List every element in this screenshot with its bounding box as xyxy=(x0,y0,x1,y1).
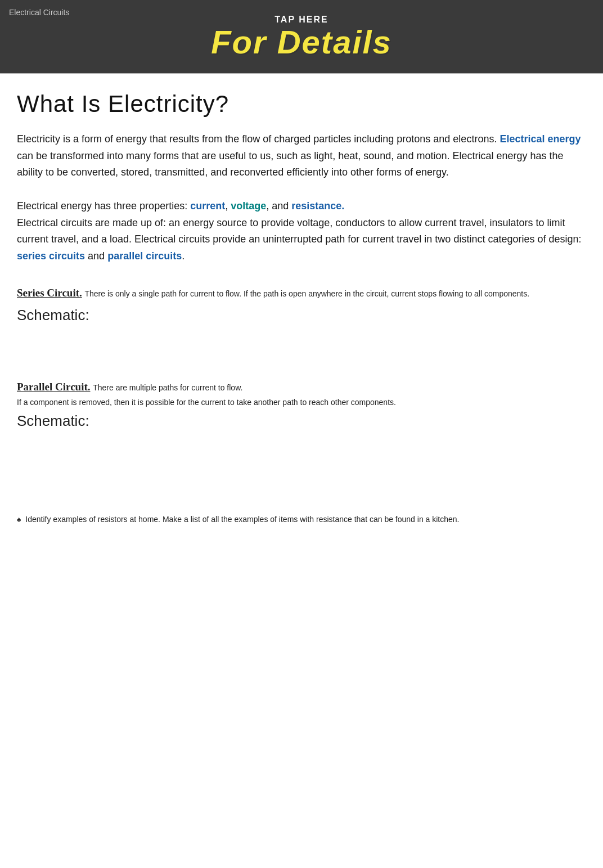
series-circuits-label: series circuits xyxy=(17,250,85,262)
activity-section: ♠ Identify examples of resistors at home… xyxy=(17,513,586,525)
resistance-label: resistance. xyxy=(291,200,344,212)
parallel-circuit-description-2: If a component is removed, then it is po… xyxy=(17,398,586,407)
intro-paragraph: Electricity is a form of energy that res… xyxy=(17,131,586,181)
activity-text: Identify examples of resistors at home. … xyxy=(25,515,459,524)
parallel-circuit-title-line: Parallel Circuit. There are multiple pat… xyxy=(17,379,586,395)
series-circuit-title-line: Series Circuit. There is only a single p… xyxy=(17,285,586,302)
series-schematic-diagram xyxy=(17,329,586,374)
current-label: current xyxy=(190,200,225,212)
parallel-schematic-diagram xyxy=(17,434,586,491)
activity-bullet-icon: ♠ xyxy=(17,513,21,525)
highlight-electrical-energy: Electrical energy xyxy=(500,133,580,145)
parallel-circuits-label: parallel circuits xyxy=(107,250,182,262)
properties-paragraph: Electrical energy has three properties: … xyxy=(17,198,586,265)
voltage-label: voltage xyxy=(231,200,266,212)
series-circuit-section: Series Circuit. There is only a single p… xyxy=(17,285,586,374)
breadcrumb: Electrical Circuits xyxy=(9,8,69,17)
properties-intro-text: Electrical energy has three properties: xyxy=(17,200,187,212)
parallel-circuit-title: Parallel Circuit. xyxy=(17,381,91,393)
parallel-circuit-description-1: There are multiple paths for current to … xyxy=(93,383,242,392)
schematic-label-1: Schematic: xyxy=(17,307,586,324)
page-header[interactable]: Electrical Circuits TAP HERE For Details xyxy=(0,0,603,73)
properties-text-2: Electrical circuits are made up of: an e… xyxy=(17,217,582,245)
series-circuit-title: Series Circuit. xyxy=(17,287,82,299)
main-content: What Is Electricity? Electricity is a fo… xyxy=(0,74,603,548)
tap-here-button[interactable]: TAP HERE For Details xyxy=(211,15,392,59)
intro-text-2: can be transformed into many forms that … xyxy=(17,150,564,178)
and-text: and xyxy=(88,250,105,262)
parallel-circuit-section: Parallel Circuit. There are multiple pat… xyxy=(17,379,586,491)
for-details-label: For Details xyxy=(211,26,392,59)
schematic-label-2: Schematic: xyxy=(17,412,586,430)
series-circuit-description: There is only a single path for current … xyxy=(84,289,529,298)
intro-text-1: Electricity is a form of energy that res… xyxy=(17,133,497,145)
page-title: What Is Electricity? xyxy=(17,91,586,118)
